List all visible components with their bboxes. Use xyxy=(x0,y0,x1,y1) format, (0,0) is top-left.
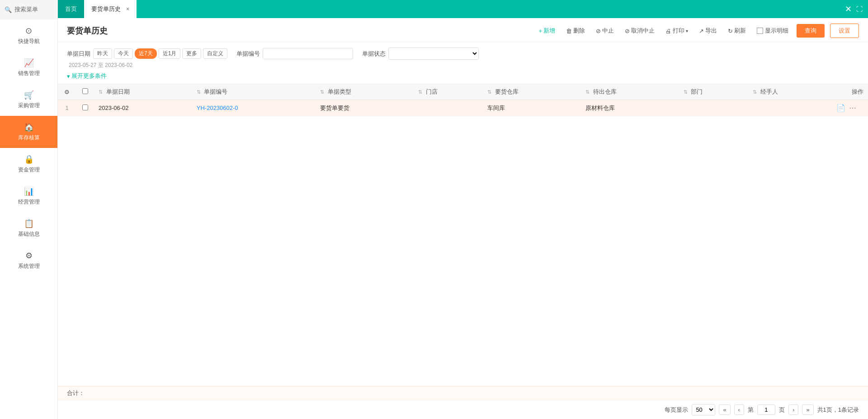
cell-req-warehouse: 车间库 xyxy=(483,100,581,116)
sidebar-item-sales[interactable]: 📈 销售管理 xyxy=(0,52,57,84)
col-req-warehouse[interactable]: 要货仓库 xyxy=(483,84,581,100)
page-header: 要货单历史 + 新增 🗑 删除 ⊘ 中止 ⊘ 取消中止 xyxy=(58,18,868,42)
sidebar-search-label: 搜索菜单 xyxy=(14,5,38,14)
home-icon: ⊙ xyxy=(25,26,32,36)
toolbar: + 新增 🗑 删除 ⊘ 中止 ⊘ 取消中止 🖨 打印 xyxy=(536,24,859,38)
sidebar-item-finance[interactable]: 🔒 资金管理 xyxy=(0,148,57,180)
cell-handler xyxy=(748,100,832,116)
col-checkbox[interactable] xyxy=(76,84,94,100)
tab-close-icon[interactable]: × xyxy=(126,6,129,12)
settings-button[interactable]: 设置 xyxy=(830,24,859,38)
select-all-checkbox[interactable] xyxy=(82,88,88,94)
sidebar-item-label: 采购管理 xyxy=(18,102,40,110)
row-checkbox[interactable] xyxy=(82,105,88,110)
doc-status-select[interactable] xyxy=(388,48,479,60)
sidebar-item-purchase[interactable]: 🛒 采购管理 xyxy=(0,84,57,116)
basic-icon: 📋 xyxy=(24,219,34,229)
tab-home[interactable]: 首页 xyxy=(58,0,84,18)
date-btn-yesterday[interactable]: 昨天 xyxy=(93,48,112,59)
window-maximize-icon[interactable]: ⛶ xyxy=(856,5,863,13)
cell-department xyxy=(679,100,748,116)
sidebar-item-operations[interactable]: 📊 经营管理 xyxy=(0,180,57,212)
sidebar-item-system[interactable]: ⚙ 系统管理 xyxy=(0,244,57,276)
doc-no-label: 单据编号 xyxy=(236,50,260,58)
col-date[interactable]: 单据日期 xyxy=(94,84,192,100)
sidebar-item-inventory[interactable]: 🏠 库存核算 xyxy=(0,116,57,148)
cell-doc-no[interactable]: YH-20230602-0 xyxy=(192,100,316,116)
stop-icon: ⊘ xyxy=(596,28,601,34)
query-button[interactable]: 查询 xyxy=(797,24,825,38)
display-detail-label: 显示明细 xyxy=(765,27,788,35)
next-page-btn[interactable]: › xyxy=(788,405,798,415)
refresh-button[interactable]: ↻ 刷新 xyxy=(725,25,749,36)
cell-store xyxy=(414,100,483,116)
data-table: ⚙ 单据日期 单据编号 单据类型 xyxy=(58,84,868,116)
display-detail-checkbox xyxy=(757,28,763,34)
cell-action: 📄 ⋯ xyxy=(832,100,868,116)
tab-requisition-label: 要货单历史 xyxy=(91,5,121,13)
purchase-icon: 🛒 xyxy=(24,90,34,100)
expand-more-btn[interactable]: ▾ 展开更多条件 xyxy=(67,72,859,80)
window-close-icon[interactable]: ✕ xyxy=(845,4,852,14)
main-area: 首页 要货单历史 × ✕ ⛶ 要货单历史 + 新增 🗑 删除 xyxy=(58,0,868,419)
col-handler[interactable]: 经手人 xyxy=(748,84,832,100)
column-settings-icon[interactable]: ⚙ xyxy=(64,89,70,95)
inventory-icon: 🏠 xyxy=(24,122,34,132)
col-doc-type[interactable]: 单据类型 xyxy=(316,84,414,100)
export-icon: ↗ xyxy=(699,28,704,34)
filter-area: 单据日期 昨天 今天 近7天 近1月 更多 自定义 单据编号 单据状态 xyxy=(58,42,868,84)
refresh-label: 刷新 xyxy=(734,27,746,35)
col-department[interactable]: 部门 xyxy=(679,84,748,100)
date-btn-today[interactable]: 今天 xyxy=(114,48,133,59)
table-header-row: ⚙ 单据日期 单据编号 单据类型 xyxy=(58,84,868,100)
sidebar-item-label: 库存核算 xyxy=(18,134,40,142)
table-row[interactable]: 1 2023-06-02 YH-20230602-0 要货单要货 车间库 原材料… xyxy=(58,100,868,116)
col-settings[interactable]: ⚙ xyxy=(58,84,76,100)
col-store[interactable]: 门店 xyxy=(414,84,483,100)
operations-icon: 📊 xyxy=(24,186,34,196)
edit-icon[interactable]: 📄 xyxy=(836,104,845,112)
print-icon: 🖨 xyxy=(665,28,671,34)
page-suffix: 页 xyxy=(779,406,785,414)
sidebar-item-label: 资金管理 xyxy=(18,166,40,174)
page-num-input[interactable] xyxy=(757,405,775,415)
col-doc-no[interactable]: 单据编号 xyxy=(192,84,316,100)
export-button[interactable]: ↗ 导出 xyxy=(696,25,720,36)
page-size-select[interactable]: 50 100 200 xyxy=(692,404,715,415)
sidebar-item-basic[interactable]: 📋 基础信息 xyxy=(0,212,57,244)
tab-requisition-history[interactable]: 要货单历史 × xyxy=(84,0,137,18)
date-btn-1month[interactable]: 近1月 xyxy=(159,48,181,59)
add-button[interactable]: + 新增 xyxy=(536,25,558,36)
first-page-btn[interactable]: « xyxy=(719,405,730,415)
pagination: 每页显示 50 100 200 « ‹ 第 页 › » 共1页，1条记录 xyxy=(58,400,868,419)
sidebar-item-quick-nav[interactable]: ⊙ 快捷导航 xyxy=(0,19,57,52)
export-label: 导出 xyxy=(705,27,717,35)
doc-no-link[interactable]: YH-20230602-0 xyxy=(197,105,238,111)
date-btn-more[interactable]: 更多 xyxy=(182,48,201,59)
sidebar-search[interactable]: 🔍 搜索菜单 xyxy=(0,0,57,19)
tab-home-label: 首页 xyxy=(65,5,77,13)
content-area: 要货单历史 + 新增 🗑 删除 ⊘ 中止 ⊘ 取消中止 xyxy=(58,18,868,419)
date-btn-7days[interactable]: 近7天 xyxy=(135,48,157,59)
delete-button[interactable]: 🗑 删除 xyxy=(563,25,588,36)
col-pending-warehouse[interactable]: 待出仓库 xyxy=(581,84,679,100)
stop-label: 中止 xyxy=(602,27,614,35)
display-detail-button[interactable]: 显示明细 xyxy=(754,25,791,36)
date-range-value: 2023-05-27 至 2023-06-02 xyxy=(69,62,132,68)
action-icons: 📄 ⋯ xyxy=(836,104,863,112)
cell-checkbox[interactable] xyxy=(76,100,94,116)
table-footer: 合计： xyxy=(58,386,868,400)
print-label: 打印 xyxy=(673,27,684,35)
doc-no-input[interactable] xyxy=(263,48,353,59)
add-label: 新增 xyxy=(543,27,555,35)
prev-page-btn[interactable]: ‹ xyxy=(734,405,744,415)
last-page-btn[interactable]: » xyxy=(802,405,813,415)
print-button[interactable]: 🖨 打印 ▾ xyxy=(663,25,691,36)
date-btn-custom[interactable]: 自定义 xyxy=(203,48,227,59)
page-title: 要货单历史 xyxy=(67,25,108,36)
cancel-stop-button[interactable]: ⊘ 取消中止 xyxy=(622,25,657,36)
sidebar: 🔍 搜索菜单 ⊙ 快捷导航 📈 销售管理 🛒 采购管理 🏠 库存核算 🔒 资金管… xyxy=(0,0,58,419)
more-icon[interactable]: ⋯ xyxy=(849,104,856,112)
page-size-label: 每页显示 xyxy=(665,406,688,414)
stop-button[interactable]: ⊘ 中止 xyxy=(593,25,617,36)
